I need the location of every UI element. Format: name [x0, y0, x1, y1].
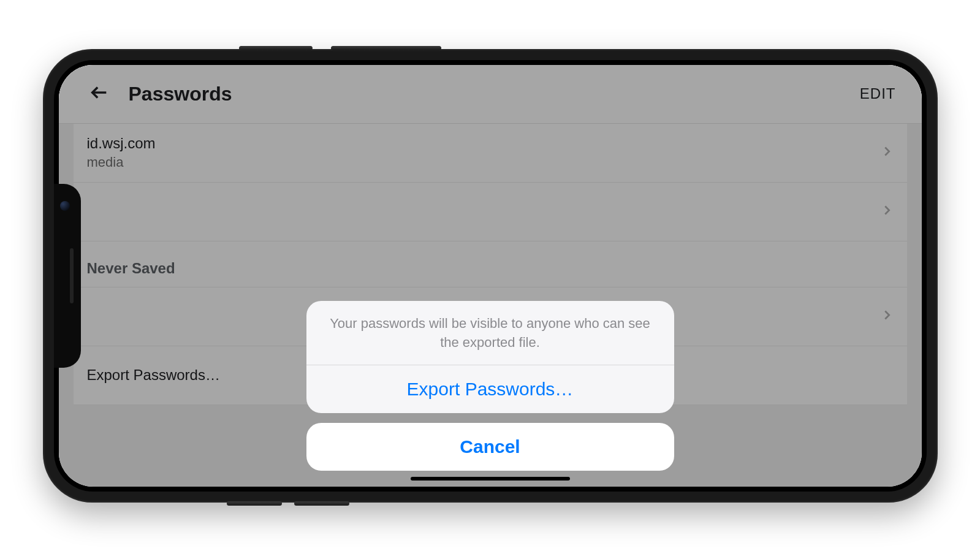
- device-notch: [54, 184, 81, 368]
- front-camera-icon: [60, 201, 70, 211]
- phone-frame: Passwords EDIT id.wsj.com media: [43, 49, 938, 503]
- home-indicator[interactable]: [411, 477, 570, 481]
- action-sheet-group: Your passwords will be visible to anyone…: [306, 301, 674, 413]
- speaker-grille: [70, 248, 74, 303]
- physical-button: [331, 46, 441, 50]
- physical-button: [227, 501, 282, 506]
- cancel-button[interactable]: Cancel: [306, 423, 674, 471]
- physical-button: [294, 501, 349, 506]
- export-passwords-button[interactable]: Export Passwords…: [306, 365, 674, 413]
- action-sheet: Your passwords will be visible to anyone…: [306, 301, 674, 471]
- action-sheet-message: Your passwords will be visible to anyone…: [306, 301, 674, 365]
- physical-button: [239, 46, 313, 50]
